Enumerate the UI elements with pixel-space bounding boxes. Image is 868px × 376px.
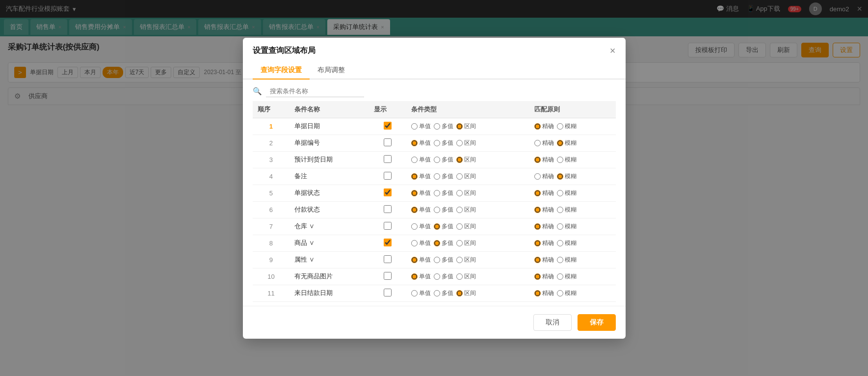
type-radio-区间[interactable] — [456, 190, 463, 196]
type-radio-多值[interactable] — [434, 207, 440, 213]
col-name: 条件名称 — [289, 101, 369, 118]
match-radio-精确[interactable] — [534, 223, 541, 230]
match-radio-模糊[interactable] — [557, 157, 563, 163]
display-checkbox[interactable] — [384, 289, 392, 296]
tab-layout-adjust[interactable]: 布局调整 — [310, 62, 353, 80]
display-checkbox[interactable] — [384, 222, 392, 230]
search-input[interactable] — [266, 85, 364, 97]
type-radio-区间[interactable] — [456, 257, 463, 263]
type-radio-单值[interactable] — [411, 273, 418, 280]
match-radio-模糊[interactable] — [557, 173, 563, 180]
match-radio-模糊[interactable] — [557, 240, 563, 246]
type-radio-单值[interactable] — [411, 140, 418, 146]
type-radio-group: 单值多值区间 — [411, 122, 525, 131]
type-radio-group: 单值多值区间 — [411, 256, 525, 264]
display-checkbox[interactable] — [384, 122, 392, 130]
row-display-cell — [369, 151, 406, 168]
display-checkbox[interactable] — [384, 172, 392, 180]
type-radio-单值[interactable] — [411, 190, 418, 196]
table-row: 6付款状态单值多值区间精确模糊 — [253, 201, 616, 218]
type-radio-区间[interactable] — [456, 207, 463, 213]
match-radio-精确[interactable] — [534, 140, 541, 146]
display-checkbox[interactable] — [384, 155, 392, 163]
type-radio-多值[interactable] — [434, 140, 440, 146]
type-radio-单值[interactable] — [411, 240, 418, 246]
match-radio-模糊[interactable] — [557, 140, 563, 146]
type-radio-区间[interactable] — [456, 273, 463, 280]
display-checkbox[interactable] — [384, 255, 392, 263]
match-radio-精确[interactable] — [534, 123, 541, 130]
type-radio-区间[interactable] — [456, 223, 463, 230]
type-radio-多值[interactable] — [434, 290, 440, 296]
type-radio-单值[interactable] — [411, 207, 418, 213]
table-row: 10有无商品图片单值多值区间精确模糊 — [253, 268, 616, 285]
type-radio-多值[interactable] — [434, 223, 440, 230]
match-radio-精确[interactable] — [534, 273, 541, 280]
row-type-cell: 单值多值区间 — [406, 118, 529, 134]
type-radio-区间[interactable] — [456, 240, 463, 246]
type-radio-group: 单值多值区间 — [411, 239, 525, 247]
type-radio-单值[interactable] — [411, 290, 418, 296]
match-radio-group: 精确模糊 — [534, 272, 610, 281]
match-radio-精确[interactable] — [534, 173, 541, 180]
type-radio-group: 单值多值区间 — [411, 272, 525, 281]
type-radio-区间[interactable] — [456, 123, 463, 130]
dialog-header: 设置查询区域布局 × — [243, 38, 626, 56]
match-radio-group: 精确模糊 — [534, 222, 610, 231]
type-radio-单值[interactable] — [411, 223, 418, 230]
row-type-cell: 单值多值区间 — [406, 168, 529, 185]
display-checkbox[interactable] — [384, 188, 392, 196]
row-condition-name: 付款状态 — [289, 201, 369, 218]
match-radio-模糊[interactable] — [557, 123, 563, 130]
type-radio-多值[interactable] — [434, 157, 440, 163]
type-radio-单值[interactable] — [411, 123, 418, 130]
table-row: 9属性 ∨单值多值区间精确模糊 — [253, 251, 616, 268]
row-order: 5 — [253, 185, 290, 201]
row-condition-name: 单据日期 — [289, 118, 369, 134]
row-condition-name: 仓库 ∨ — [289, 218, 369, 235]
match-radio-精确[interactable] — [534, 207, 541, 213]
type-radio-多值[interactable] — [434, 257, 440, 263]
type-radio-区间[interactable] — [456, 173, 463, 180]
cancel-button[interactable]: 取消 — [533, 314, 572, 331]
display-checkbox[interactable] — [384, 138, 392, 146]
display-checkbox[interactable] — [384, 272, 392, 280]
row-condition-name: 单据编号 — [289, 134, 369, 151]
row-match-cell: 精确模糊 — [529, 185, 615, 201]
dialog-close-button[interactable]: × — [610, 46, 616, 55]
type-radio-区间[interactable] — [456, 157, 463, 163]
search-icon: 🔍 — [253, 87, 262, 96]
match-radio-精确[interactable] — [534, 190, 541, 196]
type-radio-多值[interactable] — [434, 123, 440, 130]
row-order: 11 — [253, 285, 290, 301]
match-radio-精确[interactable] — [534, 257, 541, 263]
match-radio-精确[interactable] — [534, 240, 541, 246]
display-checkbox[interactable] — [384, 239, 392, 246]
table-row: 8商品 ∨单值多值区间精确模糊 — [253, 235, 616, 251]
type-radio-多值[interactable] — [434, 190, 440, 196]
match-radio-精确[interactable] — [534, 290, 541, 296]
type-radio-多值[interactable] — [434, 173, 440, 180]
row-type-cell: 单值多值区间 — [406, 285, 529, 301]
row-match-cell: 精确模糊 — [529, 235, 615, 251]
match-radio-模糊[interactable] — [557, 223, 563, 230]
match-radio-模糊[interactable] — [557, 273, 563, 280]
type-radio-group: 单值多值区间 — [411, 289, 525, 297]
type-radio-单值[interactable] — [411, 173, 418, 180]
type-radio-单值[interactable] — [411, 157, 418, 163]
dialog-tabs: 查询字段设置 布局调整 — [243, 56, 626, 80]
type-radio-单值[interactable] — [411, 257, 418, 263]
tab-query-fields[interactable]: 查询字段设置 — [253, 62, 310, 80]
type-radio-区间[interactable] — [456, 140, 463, 146]
display-checkbox[interactable] — [384, 205, 392, 213]
match-radio-模糊[interactable] — [557, 190, 563, 196]
type-radio-区间[interactable] — [456, 290, 463, 296]
match-radio-模糊[interactable] — [557, 257, 563, 263]
row-condition-name: 有无商品图片 — [289, 268, 369, 285]
type-radio-多值[interactable] — [434, 240, 440, 246]
match-radio-精确[interactable] — [534, 157, 541, 163]
match-radio-模糊[interactable] — [557, 290, 563, 296]
type-radio-多值[interactable] — [434, 273, 440, 280]
save-button[interactable]: 保存 — [578, 314, 616, 331]
match-radio-模糊[interactable] — [557, 207, 563, 213]
